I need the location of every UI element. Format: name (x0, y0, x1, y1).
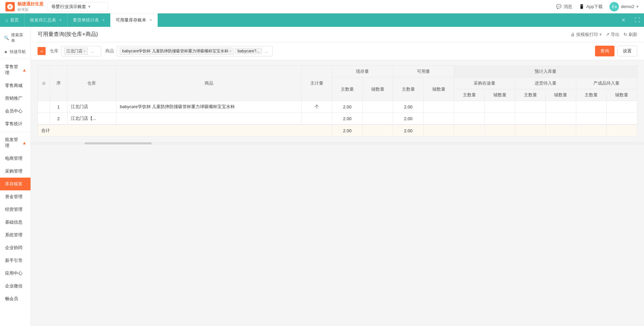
current-stock-header: 现存量 (332, 66, 393, 78)
inbound-pending-main-header: 主数量 (515, 89, 546, 101)
avatar: Ea (609, 2, 619, 11)
row2-main-unit (302, 113, 332, 125)
home-icon: ⌂ (5, 18, 8, 23)
sidebar-item-enterprise-wechat[interactable]: 企业微信 (0, 280, 31, 292)
sidebar-item-basic-info[interactable]: 基础信息 (0, 216, 31, 229)
sidebar-item-enterprise-collab[interactable]: 企业协同 (0, 241, 31, 254)
row2-available-aux-qty (424, 113, 454, 125)
product-filter-input[interactable]: babycare学饮杯 儿童防摔防撞吸管杯重力球吸嘴杯宝宝水杯 × babyca… (117, 46, 273, 56)
row2-purchase-transit-main (454, 113, 485, 125)
product-tag-2: babycare?... (235, 48, 262, 54)
print-chevron-icon: ▾ (599, 32, 602, 37)
current-aux-qty-header: 辅数量 (363, 78, 393, 101)
available-aux-qty-header: 辅数量 (424, 78, 454, 101)
row1-inbound-pending-main (515, 101, 546, 113)
footer-current-aux-qty (363, 125, 393, 137)
inbound-pending-aux-header: 辅数量 (545, 89, 576, 101)
tab-available-stock[interactable]: 可用量库存账本 × (110, 13, 158, 27)
page-header: 可用量查询(按仓库+商品) 🖨 按模板打印 ▾ ↗ 导出 ↻ 刷新 (31, 27, 644, 42)
row1-inbound-pending-aux (545, 101, 576, 113)
close-tab-receive-send[interactable]: × (59, 18, 62, 22)
product-filter-group: 商品 babycare学饮杯 儿童防摔防撞吸管杯重力球吸嘴杯宝宝水杯 × bab… (105, 46, 273, 56)
sidebar-divider2 (0, 132, 31, 132)
product-ellipsis[interactable]: ... (263, 49, 270, 54)
purchase-transit-aux-header: 辅数量 (485, 89, 515, 101)
close-tab-available-stock[interactable]: × (150, 18, 152, 22)
sidebar-item-marketing[interactable]: 营销推广 (0, 92, 31, 105)
sidebar-item-inventory[interactable]: 库存核算 (0, 178, 31, 190)
expand-icon: ▲ (22, 67, 26, 73)
sidebar-item-new-guide[interactable]: 新手引导 (0, 254, 31, 267)
nav-tabs: ⌂ 首页 收发存汇总表 × 要货单统计表 × 可用量库存账本 × × ⛶ (0, 13, 644, 27)
top-bar-right: 💬 消息 📱 App下载 Ea demo2 ▾ (556, 2, 639, 11)
row1-warehouse: 江北门店 (67, 101, 116, 113)
sidebar-item-ecommerce[interactable]: 电商管理 (0, 152, 31, 165)
sidebar-item-system[interactable]: 系统管理 (0, 229, 31, 241)
row1-available-main-qty: 2.00 (393, 101, 424, 113)
content-area: 可用量查询(按仓库+商品) 🖨 按模板打印 ▾ ↗ 导出 ↻ 刷新 (31, 27, 644, 326)
warehouse-filter-label: 仓库 (50, 48, 58, 54)
tab-home[interactable]: ⌂ 首页 (0, 13, 24, 27)
tab-order-stats[interactable]: 要货单统计表 × (67, 13, 110, 27)
tab-receive-send[interactable]: 收发存汇总表 × (24, 13, 67, 27)
row1-current-aux-qty (363, 101, 393, 113)
sidebar-item-operations[interactable]: 经营管理 (0, 203, 31, 216)
row1-no: 1 (50, 101, 67, 113)
row2-purchase-transit-aux (485, 113, 515, 125)
remove-product-tag-1[interactable]: × (229, 49, 231, 53)
footer-available-main-qty: 2.00 (393, 125, 424, 137)
app-download-action[interactable]: 📱 App下载 (579, 4, 603, 10)
warehouse-ellipsis[interactable]: ... (89, 49, 96, 54)
sidebar-quick-nav[interactable]: ★ 快捷导航 (0, 46, 31, 57)
warehouse-filter-input[interactable]: 江北门店 × ... (61, 46, 101, 56)
user-chevron-icon: ▾ (636, 4, 639, 9)
footer-current-main-qty: 2.00 (332, 125, 363, 137)
table-row: 2 江北门店【... 2.00 2.00 (38, 113, 637, 125)
brand-text: 畅捷通好生意 标准版 (17, 1, 44, 12)
sidebar-item-purchase[interactable]: 采购管理 (0, 165, 31, 178)
close-all-tabs[interactable]: × (616, 13, 631, 27)
row2-inbound-pending-aux (545, 113, 576, 125)
sidebar-item-retail-stats[interactable]: 零售统计 (0, 118, 31, 130)
row1-main-unit: 个 (302, 101, 332, 113)
message-icon: 💬 (556, 4, 561, 9)
search-icon: 🔍 (4, 36, 9, 40)
product-pending-header: 产成品待入量 (576, 78, 637, 89)
product-col-header: 商品 (116, 66, 302, 101)
sidebar: 🔍 搜索菜单 ★ 快捷导航 零售管理 ▲ 零售商城 营销推广 会员中心 零售统计… (0, 27, 31, 326)
sidebar-item-finance[interactable]: 资金管理 (0, 190, 31, 203)
query-button[interactable]: 查询 (595, 46, 614, 56)
row2-warehouse: 江北门店【... (67, 113, 116, 125)
scroll-thumb[interactable] (85, 142, 152, 144)
purchase-transit-main-header: 主数量 (454, 89, 485, 101)
sidebar-item-retail-mgmt[interactable]: 零售管理 ▲ (0, 60, 31, 79)
sidebar-item-retail-shop[interactable]: 零售商城 (0, 79, 31, 92)
horizontal-scrollbar[interactable] (31, 142, 644, 145)
sidebar-item-member-center[interactable]: 会员中心 (0, 105, 31, 118)
row2-current-main-qty: 2.00 (332, 113, 363, 125)
close-tab-order-stats[interactable]: × (102, 18, 105, 22)
settings-button[interactable]: 设置 (617, 46, 637, 56)
available-main-qty-header: 主数量 (393, 78, 424, 101)
sidebar-item-app-center[interactable]: 应用中心 (0, 267, 31, 280)
product-pending-main-header: 主数量 (576, 89, 606, 101)
sidebar-search[interactable]: 🔍 搜索菜单 (0, 30, 31, 46)
gear-icon[interactable]: ⚙ (42, 81, 46, 86)
row1-product-pending-aux (606, 101, 637, 113)
sidebar-item-wholesale-mgmt[interactable]: 批发管理 ▲ (0, 133, 31, 152)
row1-product-pending-main (576, 101, 606, 113)
table-row: 1 江北门店 babycare学饮杯 儿童防摔防撞吸管杯重力球吸嘴杯宝宝水杯 个… (38, 101, 637, 113)
enterprise-selector[interactable]: 母婴行业演示账套 ▾ (48, 2, 108, 11)
row1-settings (38, 101, 50, 113)
remove-warehouse-tag[interactable]: × (84, 49, 86, 53)
filter-expand-btn[interactable]: » (38, 47, 46, 55)
sidebar-item-member[interactable]: 畅会员 (0, 292, 31, 305)
export-btn[interactable]: ↗ 导出 (606, 32, 620, 38)
user-profile[interactable]: Ea demo2 ▾ (609, 2, 639, 11)
message-action[interactable]: 💬 消息 (556, 4, 572, 10)
refresh-btn[interactable]: ↻ 刷新 (624, 32, 637, 38)
app-icon: 📱 (579, 4, 584, 9)
expand-nav[interactable]: ⛶ (631, 13, 644, 27)
purchase-transit-header: 采购在途量 (454, 78, 515, 89)
template-print-btn[interactable]: 🖨 按模板打印 ▾ (571, 32, 602, 38)
